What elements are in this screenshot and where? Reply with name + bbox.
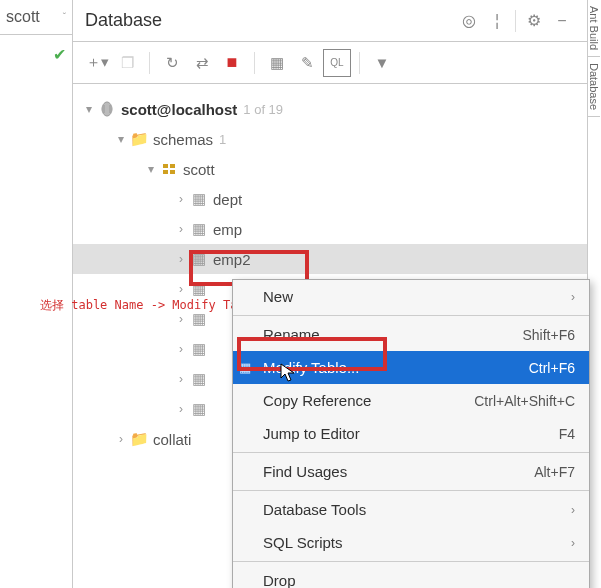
chevron-down-icon: ▾	[143, 162, 159, 176]
menu-label: Database Tools	[263, 501, 366, 518]
table-icon: ▦	[189, 220, 209, 238]
svg-rect-1	[170, 164, 175, 168]
chevron-right-icon: ›	[173, 282, 189, 296]
add-button[interactable]: ＋▾	[83, 49, 111, 77]
toolbar: ＋▾ ❐ ↻ ⇄ ■ ▦ ✎ QL ▼	[73, 42, 588, 84]
target-icon[interactable]: ◎	[455, 7, 483, 35]
table-label: dept	[213, 191, 242, 208]
panel-title: Database	[85, 10, 455, 31]
menu-label: Jump to Editor	[263, 425, 360, 442]
menu-jump-editor[interactable]: Jump to Editor F4	[233, 417, 589, 450]
panel-header: Database ◎ ¦ ⚙ −	[73, 0, 588, 42]
chevron-down-icon: ▾	[113, 132, 129, 146]
menu-database-tools[interactable]: Database Tools ›	[233, 493, 589, 526]
context-menu: New › Rename... Shift+F6 ▦ Modify Table.…	[232, 279, 590, 588]
separator	[233, 490, 589, 491]
tree-table-emp2[interactable]: › ▦ emp2	[73, 244, 588, 274]
table-icon: ▦	[189, 280, 209, 298]
separator	[359, 52, 360, 74]
copy-icon[interactable]: ❐	[113, 49, 141, 77]
separator	[515, 10, 516, 32]
chevron-right-icon: ›	[173, 402, 189, 416]
tree-schema-scott[interactable]: ▾ scott	[73, 154, 588, 184]
menu-find-usages[interactable]: Find Usages Alt+F7	[233, 455, 589, 488]
schemas-label: schemas	[153, 131, 213, 148]
stop-icon[interactable]: ■	[218, 49, 246, 77]
submenu-arrow-icon: ›	[571, 290, 575, 304]
menu-label: New	[263, 288, 293, 305]
separator	[254, 52, 255, 74]
menu-shortcut: Ctrl+F6	[529, 360, 575, 376]
vtab-1[interactable]: Ant Build	[588, 0, 600, 57]
table-icon: ▦	[189, 340, 209, 358]
menu-modify-table[interactable]: ▦ Modify Table... Ctrl+F6	[233, 351, 589, 384]
refresh-icon[interactable]: ↻	[158, 49, 186, 77]
split-icon[interactable]: ¦	[483, 7, 511, 35]
menu-label: SQL Scripts	[263, 534, 342, 551]
separator	[233, 561, 589, 562]
svg-rect-0	[163, 164, 168, 168]
table-icon: ▦	[189, 250, 209, 268]
vtab-2[interactable]: Database	[588, 57, 600, 117]
separator	[233, 452, 589, 453]
status-check-icon: ✔	[0, 35, 72, 64]
menu-new[interactable]: New ›	[233, 280, 589, 313]
collations-label: collati	[153, 431, 191, 448]
table-icon: ▦	[239, 360, 251, 375]
left-tab-scott[interactable]: scott ˇ	[0, 0, 72, 35]
sql-icon[interactable]: QL	[323, 49, 351, 77]
chevron-right-icon: ›	[173, 252, 189, 266]
menu-label: Modify Table...	[263, 359, 359, 376]
menu-label: Rename...	[263, 326, 332, 343]
datasource-count: 1 of 19	[243, 102, 283, 117]
tree-table-dept[interactable]: › ▦ dept	[73, 184, 588, 214]
gear-icon[interactable]: ⚙	[520, 7, 548, 35]
menu-drop[interactable]: Drop	[233, 564, 589, 588]
edit-icon[interactable]: ✎	[293, 49, 321, 77]
tree-table-emp[interactable]: › ▦ emp	[73, 214, 588, 244]
database-icon	[97, 101, 117, 117]
separator	[233, 315, 589, 316]
table-icon: ▦	[189, 190, 209, 208]
menu-label: Copy Reference	[263, 392, 371, 409]
schemas-count: 1	[219, 132, 226, 147]
chevron-down-icon: ˇ	[63, 12, 66, 23]
sync-icon[interactable]: ⇄	[188, 49, 216, 77]
chevron-right-icon: ›	[173, 192, 189, 206]
svg-rect-2	[163, 170, 168, 174]
schema-label: scott	[183, 161, 215, 178]
schema-icon	[159, 161, 179, 177]
minimize-icon[interactable]: −	[548, 7, 576, 35]
menu-rename[interactable]: Rename... Shift+F6	[233, 318, 589, 351]
separator	[149, 52, 150, 74]
folder-icon: 📁	[129, 130, 149, 148]
menu-label: Find Usages	[263, 463, 347, 480]
chevron-right-icon: ›	[173, 312, 189, 326]
datasource-label: scott@localhost	[121, 101, 237, 118]
left-tab-label: scott	[6, 8, 40, 26]
tree-schemas[interactable]: ▾ 📁 schemas 1	[73, 124, 588, 154]
chevron-right-icon: ›	[113, 432, 129, 446]
table-icon: ▦	[189, 370, 209, 388]
menu-copy-reference[interactable]: Copy Reference Ctrl+Alt+Shift+C	[233, 384, 589, 417]
menu-shortcut: Shift+F6	[522, 327, 575, 343]
table-label: emp2	[213, 251, 251, 268]
folder-icon: 📁	[129, 430, 149, 448]
menu-shortcut: Ctrl+Alt+Shift+C	[474, 393, 575, 409]
chevron-right-icon: ›	[173, 372, 189, 386]
table-label: emp	[213, 221, 242, 238]
svg-rect-3	[170, 170, 175, 174]
menu-sql-scripts[interactable]: SQL Scripts ›	[233, 526, 589, 559]
chevron-down-icon: ▾	[81, 102, 97, 116]
tree-datasource[interactable]: ▾ scott@localhost 1 of 19	[73, 94, 588, 124]
data-view-icon[interactable]: ▦	[263, 49, 291, 77]
table-icon: ▦	[189, 400, 209, 418]
filter-icon[interactable]: ▼	[368, 49, 396, 77]
menu-shortcut: Alt+F7	[534, 464, 575, 480]
submenu-arrow-icon: ›	[571, 503, 575, 517]
menu-shortcut: F4	[559, 426, 575, 442]
submenu-arrow-icon: ›	[571, 536, 575, 550]
menu-label: Drop	[263, 572, 296, 588]
chevron-right-icon: ›	[173, 342, 189, 356]
annotation-text: 选择 table Name -> Modify Table	[40, 297, 259, 314]
